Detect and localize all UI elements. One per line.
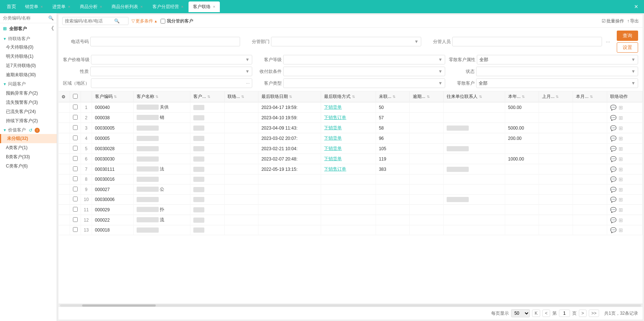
grid-action-icon[interactable]: ⊞ bbox=[619, 156, 623, 162]
row-checkbox-cell[interactable] bbox=[70, 164, 81, 174]
this-month-col-header[interactable]: 本月... ⇅ bbox=[573, 91, 607, 102]
close-customer-contact-tab-icon[interactable]: × bbox=[213, 4, 215, 9]
row-checkbox[interactable] bbox=[73, 166, 78, 171]
row-checkbox[interactable] bbox=[73, 217, 78, 222]
contact-type-link[interactable]: 下销货单 bbox=[324, 135, 342, 141]
group-value-customers[interactable]: ▼ 价值客户 ↺ ! bbox=[0, 126, 57, 134]
chat-action-icon[interactable]: 💬 bbox=[610, 115, 616, 121]
close-purchase-tab-icon[interactable]: × bbox=[68, 4, 70, 9]
row-checkbox[interactable] bbox=[73, 105, 78, 109]
chat-action-icon[interactable]: 💬 bbox=[610, 156, 616, 162]
row-checkbox[interactable] bbox=[73, 115, 78, 120]
row-checkbox[interactable] bbox=[73, 176, 78, 181]
this-year-col-header[interactable]: 本年... ⇅ bbox=[505, 91, 539, 102]
region-select[interactable]: ··· bbox=[91, 78, 252, 88]
settings-col-header[interactable]: ⚙ bbox=[59, 91, 70, 102]
overdue-col-header[interactable]: 逾期... ⇅ bbox=[410, 91, 444, 102]
status-select[interactable]: ▼ bbox=[476, 67, 638, 76]
row-checkbox[interactable] bbox=[73, 207, 78, 212]
collapse-sidebar-icon[interactable]: 《 bbox=[49, 25, 54, 32]
chat-action-icon[interactable]: 💬 bbox=[610, 135, 616, 141]
close-product-analysis-tab-icon[interactable]: × bbox=[100, 4, 102, 9]
nature-select[interactable]: ▼ bbox=[90, 67, 252, 76]
code-col-header[interactable]: 客户编码 ⇅ bbox=[92, 91, 133, 102]
chat-action-icon[interactable]: 💬 bbox=[610, 166, 616, 172]
row-checkbox-cell[interactable] bbox=[70, 215, 81, 225]
close-customer-tier-tab-icon[interactable]: × bbox=[181, 4, 183, 9]
row-checkbox-cell[interactable] bbox=[70, 195, 81, 205]
refresh-icon[interactable]: ↺ bbox=[29, 128, 32, 133]
last-contact-date-col-header[interactable]: 最后联络日期 ⇅ bbox=[258, 91, 321, 102]
last-contact-type-col-header[interactable]: 最后联络方式 ⇅ bbox=[321, 91, 376, 102]
never-contact-col-header[interactable]: 未联... ⇅ bbox=[376, 91, 409, 102]
row-checkbox[interactable] bbox=[73, 146, 78, 151]
first-page-btn[interactable]: K bbox=[532, 310, 540, 317]
scroll-track[interactable] bbox=[60, 304, 641, 307]
nav-tab-purchase[interactable]: 进货单 × bbox=[48, 1, 74, 12]
phone-input[interactable] bbox=[90, 37, 240, 46]
group-problem-customers[interactable]: ▼ 问题客户 bbox=[0, 80, 57, 89]
grid-action-icon[interactable]: ⊞ bbox=[619, 217, 623, 223]
row-checkbox[interactable] bbox=[73, 125, 78, 130]
sidebar-item-declining[interactable]: 持续下滑客户(2) bbox=[0, 116, 57, 126]
personnel-input[interactable] bbox=[452, 37, 602, 46]
row-checkbox-cell[interactable] bbox=[70, 133, 81, 144]
grid-action-icon[interactable]: ⊞ bbox=[619, 125, 623, 131]
retail-attr-select[interactable]: 全部 ▼ bbox=[477, 55, 638, 64]
dept-select[interactable]: ▼ bbox=[271, 37, 421, 46]
sidebar-search-icon[interactable]: 🔍 bbox=[48, 15, 54, 21]
grid-action-icon[interactable]: ⊞ bbox=[619, 166, 623, 172]
checkbox-col-header[interactable] bbox=[70, 91, 81, 102]
nav-tab-customer-tier[interactable]: 客户分层经营 × bbox=[148, 1, 188, 12]
price-level-select[interactable]: ▼ bbox=[91, 55, 252, 64]
scroll-thumb[interactable] bbox=[82, 304, 156, 307]
next-page-btn[interactable]: > bbox=[579, 310, 587, 317]
last-page-btn[interactable]: >> bbox=[589, 310, 599, 317]
row-checkbox-cell[interactable] bbox=[70, 102, 81, 113]
chat-action-icon[interactable]: 💬 bbox=[610, 146, 616, 152]
row-checkbox[interactable] bbox=[73, 135, 78, 140]
row-checkbox-cell[interactable] bbox=[70, 184, 81, 195]
name-col-header[interactable]: 客户名称 ⇅ bbox=[133, 91, 190, 102]
grid-action-icon[interactable]: ⊞ bbox=[619, 227, 623, 233]
customer-type-select[interactable]: ▼ bbox=[283, 78, 445, 88]
nav-tab-customer-contact[interactable]: 客户联络 × bbox=[189, 1, 219, 12]
query-button[interactable]: 查询 bbox=[617, 31, 638, 41]
reset-button[interactable]: 设置 bbox=[617, 42, 638, 53]
grid-action-icon[interactable]: ⊞ bbox=[619, 207, 623, 213]
horizontal-scrollbar[interactable] bbox=[59, 304, 643, 307]
more-conditions-btn[interactable]: ▽ 更多条件 ▲ bbox=[131, 18, 158, 24]
close-product-list-tab-icon[interactable]: × bbox=[140, 4, 142, 9]
retail2-select[interactable]: 全部 ▼ bbox=[476, 78, 638, 88]
close-all-btn[interactable]: × bbox=[631, 3, 641, 11]
chat-action-icon[interactable]: 💬 bbox=[610, 105, 616, 110]
nav-tab-home[interactable]: 首页 bbox=[3, 1, 20, 12]
search-icon[interactable]: 🔍 bbox=[114, 18, 120, 24]
sidebar-item-class-a[interactable]: A类客户(1) bbox=[0, 143, 57, 152]
customer-level-select[interactable]: ▼ bbox=[283, 55, 445, 64]
sidebar-item-class-c[interactable]: C类客户(6) bbox=[0, 162, 57, 171]
sidebar-item-churn-warning[interactable]: 流失预警客户(3) bbox=[0, 98, 57, 107]
group-pending-contact[interactable]: ▼ 待联络客户 bbox=[0, 34, 57, 43]
more-options-icon[interactable]: ··· bbox=[606, 39, 610, 45]
chat-action-icon[interactable]: 💬 bbox=[610, 176, 616, 182]
row-checkbox-cell[interactable] bbox=[70, 174, 81, 184]
contact-col-header[interactable]: 联络... ⇅ bbox=[224, 91, 258, 102]
row-checkbox-cell[interactable] bbox=[70, 205, 81, 215]
export-btn[interactable]: ↑ 导出 bbox=[627, 18, 639, 24]
my-customers-checkbox[interactable] bbox=[161, 19, 165, 24]
last-month-col-header[interactable]: 上月... ⇅ bbox=[539, 91, 573, 102]
sidebar-item-class-b[interactable]: B类客户(33) bbox=[0, 152, 57, 162]
search-input[interactable] bbox=[65, 18, 113, 24]
contact-type-link[interactable]: 下销售订单 bbox=[324, 115, 346, 120]
contact-type-link[interactable]: 下销货单 bbox=[324, 105, 342, 110]
row-checkbox-cell[interactable] bbox=[70, 123, 81, 133]
row-checkbox[interactable] bbox=[73, 187, 78, 191]
chat-action-icon[interactable]: 💬 bbox=[610, 197, 616, 202]
sidebar-item-churned[interactable]: 已流失客户(24) bbox=[0, 107, 57, 116]
row-checkbox-cell[interactable] bbox=[70, 113, 81, 123]
sidebar-item-today[interactable]: 今天待联络(0) bbox=[0, 43, 57, 52]
sidebar-item-7days[interactable]: 近7天待联络(0) bbox=[0, 61, 57, 70]
close-sales-tab-icon[interactable]: × bbox=[41, 4, 43, 9]
grid-action-icon[interactable]: ⊞ bbox=[619, 187, 623, 193]
